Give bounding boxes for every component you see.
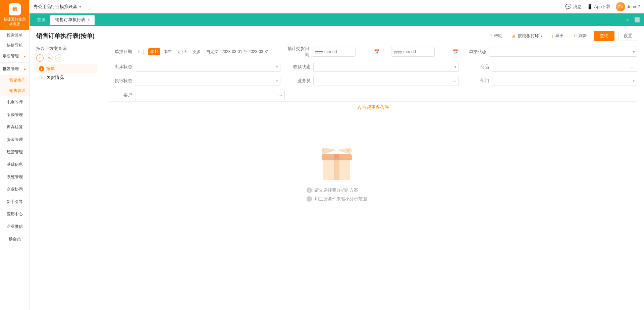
- help-btn[interactable]: ? 帮助: [487, 32, 505, 40]
- status-control: ▾: [489, 47, 637, 57]
- empty-box-svg: ✦ ✦: [317, 145, 357, 182]
- export-btn[interactable]: ↓ 导出: [549, 32, 567, 40]
- sidebar-item-operations[interactable]: 经营管理: [0, 146, 29, 158]
- sidebar-item-inventory[interactable]: 库存核算: [0, 121, 29, 134]
- filter-predict-date-group: 预计交货日期 📅 — 📅: [286, 46, 460, 58]
- sidebar-item-collab-label: 企业协同: [7, 187, 23, 192]
- predict-date-to-wrap: 📅: [391, 47, 461, 57]
- empty-step-1: 1 请先选择要分析的方案: [307, 187, 367, 193]
- svg-rect-3: [334, 158, 339, 180]
- sidebar-item-retail-label: 零售管理: [3, 53, 19, 59]
- sidebar-quicknav-item[interactable]: 快捷导航: [0, 41, 29, 50]
- date-btn-last-month[interactable]: 上月: [135, 48, 147, 55]
- sidebar-item-ecommerce[interactable]: 电商管理: [0, 96, 29, 109]
- sidebar-item-finance-label: 资金管理: [7, 137, 23, 143]
- date-btn-this-year[interactable]: 本年: [162, 48, 174, 55]
- customer-input[interactable]: [135, 90, 285, 100]
- sidebar-wholesale-section: 批发管理 ▲ 营销推广 销售管理: [0, 63, 29, 96]
- topbar-dropdown-icon[interactable]: ▾: [79, 4, 81, 9]
- scheme-title-label: 按以下方案查询: [36, 46, 67, 52]
- sidebar-subitem-marketing[interactable]: 营销推广: [0, 75, 29, 86]
- sidebar-item-purchase[interactable]: 采购管理: [0, 109, 29, 121]
- print-dropdown-icon: ▾: [541, 34, 542, 38]
- scheme-item-by-order[interactable]: ● 按单: [36, 64, 98, 73]
- tab-home[interactable]: 首页: [32, 15, 50, 25]
- window-close-btn[interactable]: ×: [625, 16, 630, 24]
- sidebar-item-finance[interactable]: 资金管理: [0, 134, 29, 146]
- template-print-label: 按模板打印: [518, 33, 539, 39]
- template-print-btn[interactable]: 🖨 按模板打印 ▾: [509, 32, 545, 40]
- tab-close-icon[interactable]: ×: [88, 17, 90, 22]
- sidebar-item-newguide[interactable]: 新手引导: [0, 196, 29, 208]
- tab-sales-order[interactable]: 销售订单执行表 ×: [50, 15, 95, 25]
- query-button[interactable]: 查询: [594, 31, 614, 41]
- filter-row-2: 出库状态 ▾ 收款状态 ▾: [109, 62, 637, 72]
- filter-customer-group: 客户 ···: [109, 90, 285, 100]
- status-label: 单据状态: [463, 49, 486, 55]
- edit-scheme-btn[interactable]: ✎: [46, 54, 53, 62]
- add-scheme-btn[interactable]: +: [36, 54, 44, 62]
- collapse-chevron-icon: ⋀: [358, 105, 361, 110]
- export-label: 导出: [555, 33, 564, 39]
- salesman-input[interactable]: [313, 76, 459, 86]
- sidebar-item-collab[interactable]: 企业协同: [0, 183, 29, 196]
- tabbar: 首页 销售订单执行表 × × ⬜: [30, 13, 644, 26]
- date-shortcuts: 上月 本月 本年 近7天 更多 自定义: [135, 48, 220, 55]
- refresh-btn[interactable]: ↻ 刷新: [571, 32, 590, 40]
- dept-input[interactable]: [492, 76, 637, 86]
- sidebar-item-member[interactable]: 畅会员: [0, 233, 29, 245]
- sidebar: 畅 畅捷通好生意 标准版 搜索菜单 快捷导航 零售管理 ▲ 批发管理 ▲ 营销推…: [0, 0, 30, 310]
- filter-salesman-group: 业务员 ···: [287, 76, 459, 86]
- sidebar-item-retail[interactable]: 零售管理 ▲: [0, 50, 29, 62]
- topbar-right: 💬 消息 📱 App下载 Ea demo2: [565, 2, 640, 11]
- filter-row-3: 执行状态 ▾ 业务员 ···: [109, 76, 637, 86]
- plus-icon: +: [39, 56, 41, 60]
- date-btn-more[interactable]: 更多: [191, 48, 203, 55]
- page-actions: ? 帮助 🖨 按模板打印 ▾ ↓ 导出 ↻ 刷新: [487, 31, 637, 41]
- sidebar-subitem-sales-label: 销售管理: [9, 88, 25, 94]
- date-btn-7days[interactable]: 近7天: [175, 48, 190, 55]
- status-input[interactable]: [489, 47, 637, 57]
- topbar-user[interactable]: Ea demo2: [616, 2, 640, 11]
- predict-date-to-input[interactable]: [391, 47, 435, 57]
- exec-status-input[interactable]: [135, 76, 280, 86]
- collapse-btn[interactable]: ⋀ 收起更多条件: [358, 104, 389, 110]
- filter-dept-group: 部门 ▾: [466, 76, 637, 86]
- customer-control: ···: [135, 90, 285, 100]
- collapse-scheme-btn[interactable]: ◁: [55, 54, 62, 62]
- chevron-up-icon2: ▲: [23, 67, 26, 71]
- message-icon: 💬: [565, 4, 572, 10]
- out-status-input[interactable]: [135, 62, 280, 72]
- sidebar-subitem-sales[interactable]: 销售管理: [0, 86, 29, 96]
- step-1-num: 1: [307, 188, 312, 193]
- sidebar-item-wechat[interactable]: 企业微信: [0, 220, 29, 233]
- sidebar-search-item[interactable]: 搜索菜单: [0, 30, 29, 41]
- sidebar-logo: 畅 畅捷通好生意 标准版: [0, 0, 29, 30]
- scheme-item-shortage[interactable]: ○ 欠货情况: [36, 73, 98, 82]
- date-btn-this-month[interactable]: 本月: [148, 48, 160, 55]
- tab-home-label: 首页: [37, 17, 46, 23]
- topbar-appdownload-btn[interactable]: 📱 App下载: [587, 4, 610, 10]
- topbar-title: 办公用品行业模拟账套: [34, 4, 77, 10]
- setting-button[interactable]: 设置: [619, 31, 637, 41]
- sidebar-item-wechat-label: 企业微信: [7, 224, 23, 229]
- sidebar-item-basic-info[interactable]: 基础信息: [0, 158, 29, 171]
- window-max-btn[interactable]: ⬜: [633, 16, 641, 24]
- sidebar-item-member-label: 畅会员: [9, 236, 21, 242]
- page-header: 销售订单执行表(按单) ? 帮助 🖨 按模板打印 ▾ ↓ 导出: [30, 26, 644, 41]
- svg-text:✦: ✦: [322, 149, 324, 152]
- scheme-order-icon-inner: ●: [41, 67, 43, 71]
- step-2-num: 2: [307, 196, 312, 202]
- filter-panel: 按以下方案查询 + ✎ ◁: [30, 41, 644, 118]
- date-btn-custom[interactable]: 自定义: [204, 48, 220, 55]
- content-area: 销售订单执行表(按单) ? 帮助 🖨 按模板打印 ▾ ↓ 导出: [30, 26, 644, 310]
- predict-date-from-input[interactable]: [312, 47, 356, 57]
- sidebar-item-wholesale[interactable]: 批发管理 ▲: [0, 63, 29, 75]
- goods-input[interactable]: [492, 62, 637, 72]
- sidebar-item-system[interactable]: 系统管理: [0, 171, 29, 183]
- sidebar-item-appcenter[interactable]: 应用中心: [0, 208, 29, 220]
- filter-controls: 单据日期 上月 本月 本年 近7天 更多 自定义: [109, 46, 637, 113]
- topbar-message-btn[interactable]: 💬 消息: [565, 4, 582, 10]
- collection-status-input[interactable]: [313, 62, 459, 72]
- filter-section: 按以下方案查询 + ✎ ◁: [36, 46, 637, 113]
